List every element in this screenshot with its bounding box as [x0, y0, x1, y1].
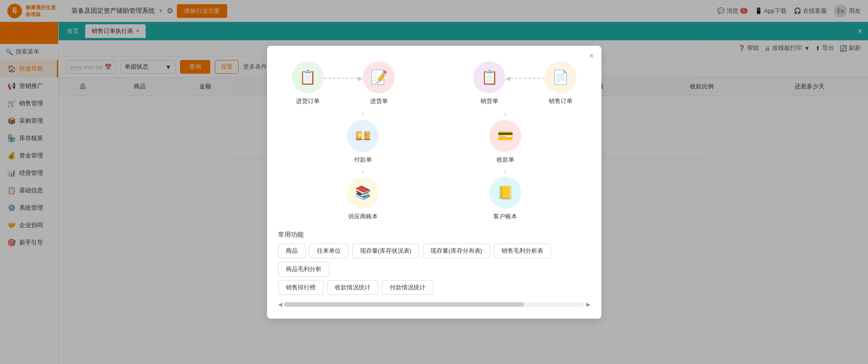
- purchase-order-item: 📋 进货订单: [292, 61, 324, 105]
- sale-order-circle: 📄: [545, 61, 577, 93]
- modal-close-button[interactable]: ×: [589, 51, 594, 61]
- purchase-bill-item: 📝 进货单: [363, 61, 395, 105]
- receipt-bill-item: 💳 收款单: [489, 120, 521, 164]
- func-btn-stock-dist[interactable]: 现存量(库存分布表): [423, 244, 490, 258]
- func-btn-stock-status[interactable]: 现存量(库存状况表): [352, 244, 420, 258]
- func-btn-collection-stats[interactable]: 收款情况统计: [327, 280, 378, 295]
- modal-overlay[interactable]: × 📋 进货订单 ▶ �: [0, 0, 868, 364]
- func-btn-payment-stats[interactable]: 付款情况统计: [382, 280, 433, 295]
- func-btn-product[interactable]: 商品: [278, 244, 306, 258]
- common-functions: 常用功能 商品 往来单位 现存量(库存状况表) 现存量(库存分布表) 销售毛利分…: [278, 223, 590, 295]
- supplier-ledger-circle: 📚: [347, 177, 379, 209]
- func-buttons-row1: 商品 往来单位 现存量(库存状况表) 现存量(库存分布表) 销售毛利分析表 商品…: [278, 244, 590, 277]
- supplier-ledger-item: 📚 供应商账本: [347, 177, 379, 221]
- customer-ledger-label: 客户账本: [493, 212, 517, 221]
- purchase-order-circle: 📋: [292, 61, 324, 93]
- payment-bill-label: 付款单: [354, 156, 372, 164]
- modal-scroll-row: ◀ ▶: [278, 301, 590, 308]
- receipt-bill-circle: 💳: [489, 120, 521, 152]
- func-btn-sales-profit[interactable]: 销售毛利分析表: [494, 244, 551, 258]
- purchase-bill-label: 进货单: [370, 97, 388, 105]
- common-funcs-title: 常用功能: [278, 231, 590, 239]
- purchase-bill-circle: 📝: [363, 61, 395, 93]
- scroll-thumb: [284, 302, 524, 307]
- func-btn-sales-rank[interactable]: 销售排行榜: [278, 280, 323, 295]
- sale-order-item: 📄 销售订单: [545, 61, 577, 105]
- receipt-bill-label: 收款单: [497, 156, 514, 164]
- down-arrow-receipt: ↓: [481, 167, 529, 174]
- modal: × 📋 进货订单 ▶ �: [267, 46, 601, 319]
- down-arrow-sale: ↓: [481, 110, 529, 117]
- scroll-left-icon[interactable]: ◀: [278, 301, 282, 308]
- scroll-right-icon[interactable]: ▶: [586, 301, 590, 308]
- sale-order-label: 销售订单: [549, 97, 573, 105]
- payment-bill-circle: 💴: [347, 120, 379, 152]
- payment-bill-item: 💴 付款单: [347, 120, 379, 164]
- func-btn-product-profit[interactable]: 商品毛利分析: [278, 262, 329, 277]
- func-btn-contacts[interactable]: 往来单位: [309, 244, 349, 258]
- customer-ledger-circle: 📒: [489, 177, 521, 209]
- sale-bill-item: 📋 销货单: [473, 61, 505, 105]
- down-arrow-payment: ↓: [339, 167, 387, 174]
- down-arrow-purchase: ↓: [339, 110, 387, 117]
- purchase-order-label: 进货订单: [296, 97, 320, 105]
- scroll-track[interactable]: [284, 302, 584, 307]
- arrow-purchase-to-purchasebill: ▶: [324, 75, 363, 82]
- sale-bill-circle: 📋: [473, 61, 505, 93]
- supplier-ledger-label: 供应商账本: [348, 212, 378, 221]
- workflow-diagram: 📋 进货订单 ▶ 📝 进货单: [278, 57, 590, 223]
- arrow-sale-to-saleorder: ◀: [505, 75, 545, 82]
- func-buttons-row2: 销售排行榜 收款情况统计 付款情况统计: [278, 280, 590, 295]
- customer-ledger-item: 📒 客户账本: [489, 177, 521, 221]
- sale-bill-label: 销货单: [480, 97, 498, 105]
